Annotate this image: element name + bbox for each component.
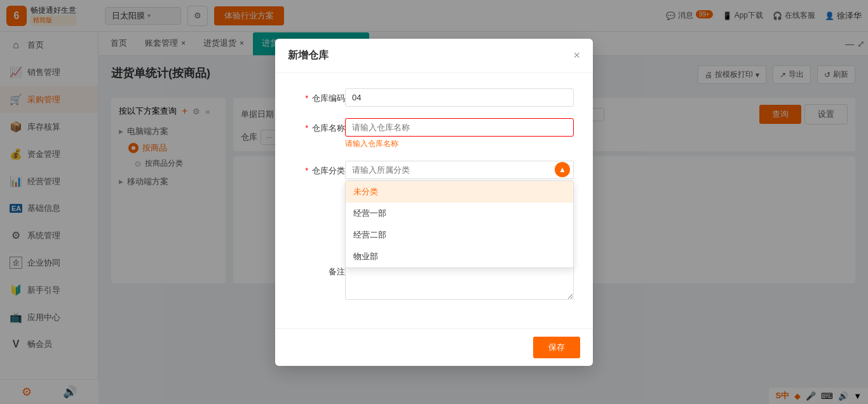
category-input-wrap: ▲ 未分类 经营一部 经营二部 物业部	[345, 161, 574, 179]
dropdown-item-unclassified[interactable]: 未分类	[346, 181, 573, 203]
modal-footer: 保存	[275, 328, 593, 366]
dropdown-item-property[interactable]: 物业部	[346, 246, 573, 267]
category-toggle-button[interactable]: ▲	[555, 162, 570, 177]
name-input-wrap: 请输入仓库名称	[345, 118, 574, 149]
save-button[interactable]: 保存	[533, 337, 580, 358]
warehouse-modal: 新增仓库 × * 仓库编码 * 仓库名称	[275, 39, 593, 366]
dropdown-item-dept1[interactable]: 经营一部	[346, 203, 573, 224]
code-input-wrap	[345, 88, 574, 107]
modal-header: 新增仓库 ×	[275, 39, 593, 73]
modal-close-button[interactable]: ×	[573, 50, 580, 61]
category-label: * 仓库分类	[294, 161, 345, 177]
name-error-tip: 请输入仓库名称	[345, 138, 574, 149]
modal-body: * 仓库编码 * 仓库名称 请输入仓库名称	[275, 73, 593, 328]
modal-title: 新增仓库	[288, 49, 329, 62]
code-required-star: *	[305, 93, 308, 103]
remark-label: 备注	[294, 262, 345, 278]
name-field-row: * 仓库名称 请输入仓库名称	[294, 118, 574, 149]
name-input[interactable]	[345, 118, 574, 137]
category-input[interactable]	[345, 161, 574, 179]
name-required-star: *	[305, 123, 308, 133]
code-field-row: * 仓库编码	[294, 88, 574, 107]
modal-overlay[interactable]: 新增仓库 × * 仓库编码 * 仓库名称	[0, 0, 868, 404]
chevron-up-icon: ▲	[559, 165, 566, 174]
name-label: * 仓库名称	[294, 118, 345, 134]
dropdown-item-dept2[interactable]: 经营二部	[346, 224, 573, 246]
code-label: * 仓库编码	[294, 88, 345, 104]
code-input[interactable]	[345, 88, 574, 107]
category-required-star: *	[305, 166, 308, 175]
category-field-row: * 仓库分类 ▲ 未分类 经营一部	[294, 161, 574, 179]
category-dropdown: 未分类 经营一部 经营二部 物业部	[345, 180, 574, 268]
